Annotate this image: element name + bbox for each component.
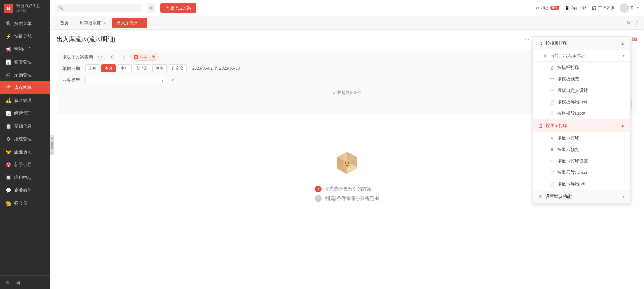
date-last-month[interactable]: 上月 — [85, 64, 99, 72]
search-icon: 🔍 — [5, 21, 11, 27]
step-2-text: 用[选]条件来缩小分析范围 — [324, 195, 379, 202]
sidebar-item-marketing[interactable]: 📢 营销推广 — [0, 43, 50, 56]
sidebar-item-quick-nav[interactable]: ⚡ 快捷导航 — [0, 30, 50, 43]
tab-inventory-batch[interactable]: 库存批次账 × — [75, 18, 110, 28]
settings-icon: ⚙ — [538, 194, 543, 199]
collapse-more-button[interactable]: ∧ 收起更多条件 — [331, 88, 363, 98]
online-service-button[interactable]: 🎧 在线客服 — [592, 5, 614, 11]
svg-point-6 — [348, 162, 349, 164]
sidebar-item-system[interactable]: ⚙ 系统管理 — [0, 133, 50, 146]
sidebar-item-search[interactable]: 🔍 搜索菜单 — [0, 17, 50, 30]
template-select-icon: ◎ — [544, 53, 547, 58]
sidebar-item-label: 畅会员 — [14, 200, 27, 206]
sidebar-item-finance[interactable]: 💰 资金管理 — [0, 94, 50, 107]
current-template-item[interactable]: ◎ 当前：出入库流水 ▾ — [533, 50, 630, 62]
template-preview-item-label: 按模板预览 — [557, 76, 579, 82]
svg-point-5 — [345, 162, 346, 164]
dropdown-template-export-excel[interactable]: 📄 按模板导出excel — [533, 96, 630, 108]
dropdown-display-export-pdf[interactable]: 📄 按显示导出pdf — [533, 178, 630, 190]
date-label: 单据日期 — [62, 65, 80, 72]
date-more[interactable]: 更多 — [152, 64, 167, 72]
sidebar-item-inventory[interactable]: 📦 库存核算 — [0, 81, 50, 94]
sidebar-settings-icon[interactable]: ⚙ — [5, 279, 10, 286]
collapse-more-label: 收起更多条件 — [337, 90, 361, 96]
app-download-button[interactable]: 📱 App下载 — [565, 5, 586, 11]
logo-icon: B — [4, 4, 13, 13]
display-print-section-header[interactable]: 🖨 按显示打印 ▲ — [533, 119, 630, 132]
display-excel-item-label: 按显示导出excel — [557, 169, 589, 176]
dropdown-display-print-settings[interactable]: ⚙ 按显示打印设置 — [533, 155, 630, 167]
wecom-icon: 💬 — [5, 187, 11, 193]
dropdown-display-print[interactable]: 🖨 按显示打印 — [533, 132, 630, 144]
sidebar-item-sales[interactable]: 📊 销售管理 — [0, 56, 50, 69]
sidebar-item-coop[interactable]: 🤝 企业协同 — [0, 146, 50, 158]
dropdown-template-export-pdf[interactable]: 📄 按模板导出pdf — [533, 108, 630, 119]
date-this-month[interactable]: 本月 — [101, 64, 116, 72]
template-print-section-header[interactable]: 🖨 按模板打印 ▲ — [533, 37, 630, 50]
filter-add-button[interactable]: + — [98, 54, 105, 60]
sidebar-item-wecom[interactable]: 💬 企业微信 — [0, 184, 50, 197]
sidebar-scrollbar[interactable]: ▲ ▼ — [50, 135, 54, 155]
filter-collapse-button[interactable]: 《 — [120, 54, 125, 60]
template-print-title: 🖨 按模板打印 — [538, 40, 567, 46]
step-2-num: 2 — [315, 195, 322, 202]
guide-icon: 🎯 — [5, 162, 11, 168]
sidebar-bottom: ⚙ ◀ — [0, 275, 50, 289]
date-last-7-days[interactable]: 近7天 — [134, 64, 150, 72]
date-range-display: 2023-06-01 至 2023-06-30 — [192, 65, 240, 71]
default-settings-label: 设置默认功能 — [545, 193, 572, 200]
sidebar-item-basic[interactable]: 📋 基础信息 — [0, 120, 50, 133]
dropdown-display-export-excel[interactable]: 📄 按显示导出excel — [533, 167, 630, 178]
tab-inventory-flow-label: 出入库流水 — [116, 20, 138, 26]
message-button[interactable]: ✉ 消息 99+ — [536, 5, 559, 11]
online-service-label: 在线客服 — [598, 5, 614, 11]
sidebar-item-operation[interactable]: 📈 经营管理 — [0, 107, 50, 120]
top-header: 🔍 ⚙ 体验行业方案 ✉ 消息 99+ 📱 App下载 🎧 在 — [50, 0, 644, 16]
tab-inventory-flow[interactable]: 出入库流水 × — [112, 18, 147, 28]
filter-dates: 上月 本月 本年 近7天 更多 自定义 — [85, 64, 187, 72]
date-custom[interactable]: 自定义 — [169, 64, 187, 72]
dropdown-template-preview[interactable]: 👁 按模板预览 — [533, 73, 630, 85]
sidebar-item-app-center[interactable]: 🔲 应用中心 — [0, 171, 50, 184]
sidebar-collapse-icon[interactable]: ◀ — [16, 279, 20, 286]
app-center-icon: 🔲 — [5, 175, 11, 181]
dropdown-template-print[interactable]: 🖨 按模板打印 — [533, 62, 630, 73]
template-custom-item-label: 模板自定义设计 — [557, 87, 588, 94]
filter-settings-button[interactable]: ⚙ — [111, 54, 115, 60]
gear-button[interactable]: ⚙ — [147, 3, 156, 13]
display-print-item-icon: 🖨 — [549, 135, 555, 141]
current-template-content: ◎ 当前：出入库流水 — [544, 53, 585, 59]
tab-close-icon[interactable]: × — [104, 21, 106, 25]
window-restore-icon[interactable]: ✕ — [626, 20, 631, 26]
default-settings-title: ⚙ 设置默认功能 — [538, 193, 572, 200]
date-this-year[interactable]: 本年 — [118, 64, 132, 72]
sidebar-item-guide[interactable]: 🎯 新手引导 — [0, 158, 50, 171]
user-area[interactable]: Rit ▾ — [620, 3, 639, 13]
empty-step-2: 2 用[选]条件来缩小分析范围 — [315, 195, 379, 202]
tab-inventory-batch-label: 库存批次账 — [80, 20, 101, 26]
display-settings-item-icon: ⚙ — [549, 158, 555, 164]
sidebar-item-label: 新手引导 — [14, 162, 32, 168]
business-type-select[interactable] — [85, 76, 166, 84]
sidebar-item-member[interactable]: 👑 畅会员 — [0, 197, 50, 210]
filter-tag-label: 流水明细 — [140, 54, 156, 60]
empty-state-icon — [330, 145, 364, 179]
message-icon: ✉ — [536, 6, 539, 10]
dropdown-template-custom[interactable]: ✏ 模板自定义设计 — [533, 85, 630, 96]
headset-icon: 🎧 — [592, 6, 597, 10]
business-type-label: 业务类型 — [62, 77, 80, 83]
industry-solution-button[interactable]: 体验行业方案 — [160, 3, 196, 13]
default-settings-section[interactable]: ⚙ 设置默认功能 ▾ — [533, 190, 630, 203]
username: Rit — [631, 6, 636, 10]
tab-home[interactable]: 首页 — [55, 18, 74, 28]
operation-icon: 📈 — [5, 110, 11, 116]
tab-close-active-icon[interactable]: × — [140, 21, 142, 25]
page-title: 出入库流水(流水明细) — [57, 35, 115, 43]
sidebar-item-purchase[interactable]: 🛒 采购管理 — [0, 69, 50, 81]
preview-item-icon: 👁 — [549, 76, 555, 82]
basic-icon: 📋 — [5, 123, 11, 129]
dropdown-display-preview[interactable]: 👁 按显示预览 — [533, 144, 630, 155]
window-maximize-icon[interactable]: ⤢ — [634, 20, 639, 26]
more-options-icon[interactable]: ··· — [525, 36, 529, 42]
business-type-select-wrap — [85, 76, 166, 84]
